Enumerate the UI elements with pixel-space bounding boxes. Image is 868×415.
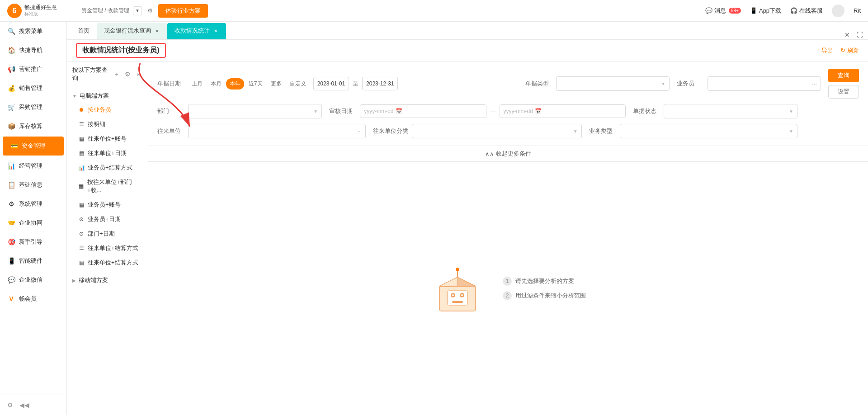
- sidebar-item-purchase[interactable]: 🛒 采购管理: [0, 98, 66, 117]
- sidebar-item-operation[interactable]: 📊 经营管理: [0, 156, 66, 175]
- sidebar-item-inventory[interactable]: 📦 库存核算: [0, 117, 66, 136]
- grid2-icon: ☰: [78, 245, 85, 252]
- scheme-item-by-salesperson[interactable]: 按业务员: [67, 103, 148, 117]
- nav-dropdown[interactable]: ▼: [133, 6, 142, 15]
- filter-partner-category-label: 往来单位分类: [373, 127, 408, 135]
- filter-doc-status-select[interactable]: ▼: [664, 104, 797, 118]
- scheme-item-partner-dept-collect[interactable]: ▦ 按往来单位+部门+收...: [67, 175, 148, 198]
- scheme-item-partner-date[interactable]: ▦ 往来单位+日期: [67, 146, 148, 160]
- svg-marker-2: [439, 277, 458, 286]
- calendar-start-icon: 📅: [396, 108, 402, 114]
- scheme-item-partner-settle2[interactable]: ▦ 往来单位+结算方式: [67, 255, 148, 270]
- filter-doc-type-select[interactable]: ▼: [556, 76, 670, 91]
- chevron-down-dept-icon: ▼: [313, 109, 318, 114]
- filter-business-type-label: 业务类型: [589, 127, 616, 135]
- app-download-button[interactable]: 📱 App下载: [750, 7, 781, 15]
- audit-date-start-input[interactable]: yyyy-mm-dd 📅: [360, 104, 486, 118]
- headset-icon: 🎧: [790, 7, 797, 14]
- filter-doc-type-item: 单据类型 ▼: [525, 76, 670, 91]
- tab-bank-flow[interactable]: 现金银行流水查询 ✕: [97, 23, 167, 39]
- date-tab-this-year[interactable]: 本年: [226, 78, 244, 90]
- collapse-bar[interactable]: ∧∧ 收起更多条件: [148, 146, 868, 162]
- scheme-item-by-detail[interactable]: ☰ 按明细: [67, 117, 148, 132]
- page-content: 收款情况统计(按业务员) ↑ 导出 ↻ 刷新: [67, 40, 868, 415]
- sidebar-item-new-guide[interactable]: 🎯 新手引导: [0, 232, 66, 251]
- table3-icon: ▦: [78, 183, 85, 190]
- message-badge: 99+: [729, 8, 741, 14]
- sidebar-item-corp-collab[interactable]: 🤝 企业协同: [0, 213, 66, 232]
- collapse-icon: ∧∧: [485, 151, 494, 157]
- sidebar-item-system[interactable]: ⚙ 系统管理: [0, 194, 66, 213]
- scheme-item-partner-settle1[interactable]: ☰ 往来单位+结算方式: [67, 241, 148, 255]
- settings-bottom-icon[interactable]: ⚙: [5, 401, 14, 410]
- sidebar-item-smart-hw[interactable]: 📱 智能硬件: [0, 251, 66, 270]
- sidebar-item-sales[interactable]: 💰 销售管理: [0, 79, 66, 98]
- sidebar-bottom: ⚙ ◀◀: [0, 395, 66, 415]
- date-tab-this-month[interactable]: 本月: [207, 78, 225, 90]
- filter-partner-category-item: 往来单位分类 ▼: [373, 124, 581, 138]
- calendar-end-icon: 📅: [535, 108, 542, 114]
- sidebar-item-member[interactable]: V 畅会员: [0, 289, 66, 308]
- settings-button[interactable]: 设置: [828, 85, 859, 99]
- scheme-item-salesperson-settle[interactable]: 📊 业务员+结算方式: [67, 160, 148, 175]
- sidebar-item-basic-info[interactable]: 📋 基础信息: [0, 175, 66, 194]
- filter-partner-select[interactable]: ···: [188, 124, 366, 138]
- tab-home[interactable]: 首页: [71, 23, 97, 39]
- filter-actions: 查询 设置: [828, 69, 859, 99]
- audit-date-end-input[interactable]: yyyy-mm-dd 📅: [500, 104, 626, 118]
- scheme-group-desktop-title[interactable]: ▼ 电脑端方案: [67, 89, 148, 103]
- date-start-input[interactable]: 2023-01-01: [313, 77, 349, 90]
- svg-point-6: [452, 294, 454, 296]
- filter-row-2: 部门 ▼ 审核日期 yyyy-mm-dd 📅: [157, 104, 859, 118]
- chart-icon: 📊: [78, 164, 85, 171]
- phone-icon: 📱: [750, 7, 757, 14]
- date-tab-last-month[interactable]: 上月: [188, 78, 206, 90]
- filter-audit-date-label: 审核日期: [329, 107, 356, 115]
- page-title: 收款情况统计(按业务员): [82, 46, 160, 54]
- export-button[interactable]: ↑ 导出: [817, 47, 834, 55]
- filter-partner-category-select[interactable]: ▼: [412, 124, 581, 138]
- logo-badge: 标准版: [24, 11, 57, 17]
- online-service-button[interactable]: 🎧 在线客服: [790, 7, 823, 15]
- circle2-icon: ⊙: [78, 230, 85, 237]
- sidebar-item-corp-wechat[interactable]: 💬 企业微信: [0, 270, 66, 289]
- date-tab-more[interactable]: 更多: [267, 78, 285, 90]
- message-button[interactable]: 💬 消息 99+: [705, 7, 741, 15]
- refresh-button[interactable]: ↻ 刷新: [840, 47, 859, 55]
- scheme-group-mobile-title[interactable]: ▶ 移动端方案: [67, 274, 148, 287]
- collapse-sidebar-icon[interactable]: ◀◀: [20, 401, 29, 410]
- scheme-item-partner-account[interactable]: ▦ 往来单位+账号: [67, 132, 148, 146]
- tab-close-collection-stats[interactable]: ✕: [212, 28, 219, 34]
- scheme-panel: 按以下方案查询 + ⚙ « ▼ 电脑端方案: [67, 61, 148, 415]
- date-tab-last-7[interactable]: 近7天: [245, 78, 266, 90]
- tab-close-bank-flow[interactable]: ✕: [154, 28, 160, 34]
- scheme-item-dept-date[interactable]: ⊙ 部门+日期: [67, 226, 148, 241]
- trial-solution-button[interactable]: 体验行业方案: [158, 4, 208, 18]
- sidebar-item-search-menu[interactable]: 🔍 搜索菜单: [0, 22, 66, 41]
- tab-collection-stats[interactable]: 收款情况统计 ✕: [167, 23, 226, 39]
- filter-partner-label: 往来单位: [157, 127, 184, 135]
- filter-dept-select[interactable]: ▼: [188, 104, 322, 118]
- filter-salesperson-select[interactable]: ···: [708, 76, 821, 91]
- date-end-input[interactable]: 2023-12-31: [362, 77, 398, 90]
- filter-dept-label: 部门: [157, 107, 184, 115]
- scheme-item-salesperson-date[interactable]: ⊙ 业务员+日期: [67, 212, 148, 226]
- grid-icon: ☰: [78, 121, 85, 128]
- empty-tips: 1 请先选择要分析的方案 2 用过滤条件来缩小分析范围: [503, 277, 586, 300]
- logo-text: 畅捷通好生意: [24, 4, 57, 11]
- sidebar-item-quick-nav[interactable]: 🏠 快捷导航: [0, 41, 66, 60]
- purchase-icon: 🛒: [7, 103, 15, 111]
- nav-settings-icon[interactable]: ⚙: [146, 6, 155, 15]
- date-tab-custom[interactable]: 自定义: [286, 78, 310, 90]
- tab-maximize-btn[interactable]: ⛶: [855, 30, 864, 39]
- scheme-collapse-icon[interactable]: «: [134, 70, 142, 78]
- sidebar-item-marketing[interactable]: 📢 营销推广: [0, 60, 66, 79]
- scheme-add-icon[interactable]: +: [113, 70, 121, 78]
- filter-business-type-select[interactable]: ▼: [620, 124, 797, 138]
- user-avatar[interactable]: [832, 5, 844, 17]
- scheme-settings-icon[interactable]: ⚙: [123, 70, 132, 78]
- scheme-item-salesperson-account[interactable]: ▦ 业务员+账号: [67, 198, 148, 212]
- sidebar-item-finance[interactable]: 💳 资金管理: [3, 137, 64, 156]
- query-button[interactable]: 查询: [828, 69, 859, 82]
- tab-close-all-btn[interactable]: ✕: [843, 30, 852, 39]
